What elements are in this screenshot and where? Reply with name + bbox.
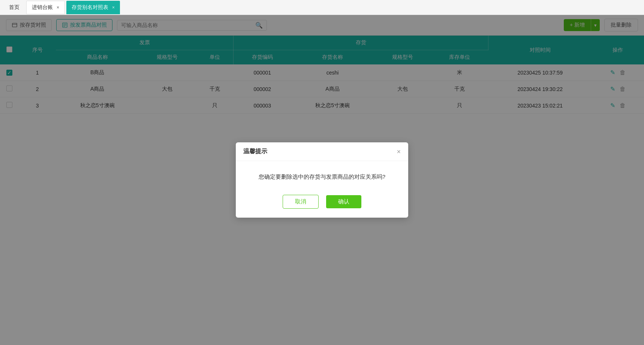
- dialog-title: 温馨提示: [243, 148, 267, 155]
- tab-sales-ledger-label: 进销台账: [32, 4, 53, 11]
- main-content: 按存货对照 按发票商品对照 🔍 + 新增 ▾: [0, 15, 644, 345]
- dialog-header: 温馨提示 ×: [236, 142, 408, 161]
- tab-stock-alias-close[interactable]: ×: [112, 5, 115, 10]
- tab-sales-ledger[interactable]: 进销台账 ×: [26, 1, 65, 14]
- dialog-overlay: 温馨提示 × 您确定要删除选中的存货与发票商品的对应关系吗? 取消 确认: [0, 15, 644, 345]
- dialog-cancel-button[interactable]: 取消: [283, 195, 319, 209]
- tab-bar: 首页 进销台账 × 存货别名对照表 ×: [0, 0, 644, 15]
- dialog-footer: 取消 确认: [236, 189, 408, 218]
- tab-sales-ledger-close[interactable]: ×: [57, 5, 59, 10]
- tab-stock-alias[interactable]: 存货别名对照表 ×: [66, 1, 120, 14]
- tab-home[interactable]: 首页: [4, 1, 25, 14]
- dialog-confirm-button[interactable]: 确认: [326, 195, 361, 208]
- tab-stock-alias-label: 存货别名对照表: [72, 4, 108, 11]
- tab-home-label: 首页: [9, 4, 19, 11]
- confirm-dialog: 温馨提示 × 您确定要删除选中的存货与发票商品的对应关系吗? 取消 确认: [236, 142, 408, 218]
- dialog-message: 您确定要删除选中的存货与发票商品的对应关系吗?: [259, 173, 385, 180]
- dialog-close-button[interactable]: ×: [397, 148, 401, 155]
- dialog-body: 您确定要删除选中的存货与发票商品的对应关系吗?: [236, 161, 408, 189]
